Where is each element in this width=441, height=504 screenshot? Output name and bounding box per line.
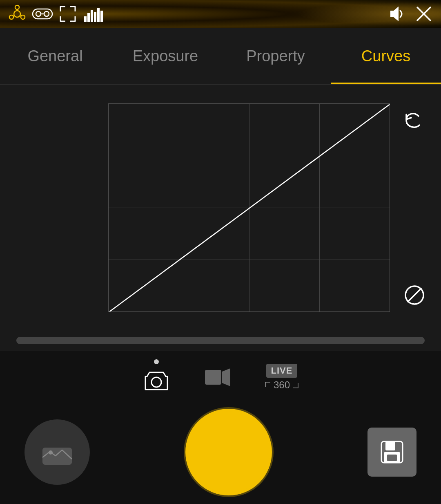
gallery-button[interactable] [24,419,90,485]
fullscreen-icon[interactable] [57,3,78,25]
svg-point-2 [21,15,25,19]
molecule-icon[interactable] [7,3,28,25]
360-label: 360 [265,379,299,391]
save-button[interactable] [368,428,416,477]
svg-line-20 [109,104,390,311]
svg-rect-13 [91,10,93,22]
curves-panel [0,85,441,330]
curve-sidebar [388,85,441,330]
svg-rect-14 [94,12,96,22]
photo-mode-button[interactable] [142,359,171,395]
vr-icon[interactable] [32,3,53,25]
curve-graph[interactable] [108,103,390,312]
live-label: LIVE [266,364,298,378]
svg-rect-11 [84,16,87,22]
video-mode-button[interactable] [203,365,232,390]
undo-button[interactable] [400,105,429,135]
svg-line-22 [408,289,421,302]
svg-marker-25 [222,368,230,386]
svg-point-9 [44,11,49,16]
speaker-icon[interactable] [385,3,407,25]
scrollbar-area[interactable] [0,330,441,351]
tab-curves[interactable]: Curves [331,28,441,84]
chart-icon[interactable] [82,3,104,25]
svg-rect-24 [205,370,221,385]
tab-property[interactable]: Property [220,28,331,84]
clear-button[interactable] [400,280,429,310]
shutter-button[interactable] [188,411,270,493]
live360-mode-button[interactable]: LIVE 360 [265,364,299,391]
top-banner [0,0,441,28]
svg-point-1 [15,5,19,9]
curve-svg [109,104,390,311]
photo-dot [154,359,159,364]
svg-point-3 [9,15,13,19]
svg-rect-12 [87,13,90,22]
svg-rect-26 [42,448,72,465]
svg-rect-31 [387,455,397,461]
svg-rect-16 [100,11,103,22]
tab-exposure[interactable]: Exposure [110,28,220,84]
close-icon[interactable] [413,3,434,25]
svg-point-8 [36,11,41,16]
scrollbar-track[interactable] [16,337,425,344]
tab-general[interactable]: General [0,28,110,84]
svg-point-0 [14,11,20,17]
svg-rect-29 [385,441,395,450]
svg-rect-15 [97,8,100,22]
svg-point-27 [49,450,53,455]
svg-marker-17 [390,7,399,21]
camera-controls: LIVE 360 [0,351,441,400]
bottom-bar [0,400,441,504]
tabs: General Exposure Property Curves [0,28,441,85]
svg-point-23 [151,377,161,387]
